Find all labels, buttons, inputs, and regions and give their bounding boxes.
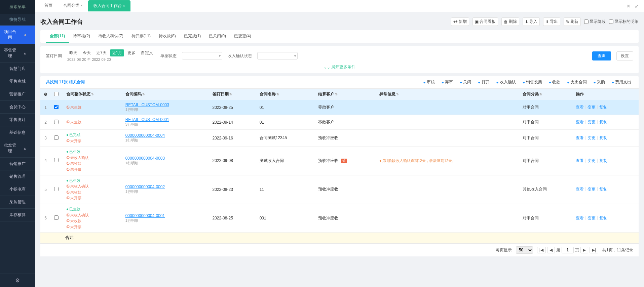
date-btn-7days[interactable]: 近7天 [94,49,109,56]
action-link-查看[interactable]: 查看 [576,215,584,221]
collect-btn[interactable]: ● 收款 [547,79,562,86]
window-close-icon[interactable]: ✕ [624,3,633,9]
th-sign-date[interactable]: 签订日期 [209,89,256,100]
sidebar-item-member[interactable]: 会员中心 [0,101,35,114]
contract-link[interactable]: 0000000000004-0003 [125,156,165,161]
row-checkbox[interactable] [51,147,63,175]
page-size-select[interactable]: 50 20 100 [516,246,533,254]
page-next-btn[interactable]: ▶ [580,247,588,253]
tab-income-workbench[interactable]: 收入合同工作台 × [88,0,130,11]
date-btn-today[interactable]: 今天 [81,49,93,56]
row-contract-code[interactable]: RETAIL_CUSTOM-00013行明细 [122,115,209,130]
contract-link[interactable]: 0000000000004-0001 [125,213,165,218]
sidebar-item-project[interactable]: 项目合同 ◀ [0,26,35,44]
action-link-查看[interactable]: 查看 [576,105,584,110]
doc-status-select[interactable] [182,52,222,59]
status-tab-pending-review[interactable]: 待审核(2) [69,30,94,43]
row-checkbox[interactable] [51,175,63,204]
export-button[interactable]: ⬆ 导出 [543,17,560,26]
row-checkbox[interactable] [51,115,63,130]
page-prev-btn[interactable]: ◀ [547,247,555,253]
status-tab-completed[interactable]: 已完成(1) [180,30,205,43]
show-details-checkbox[interactable]: 显示标的明细 [609,19,639,25]
contract-name-sort[interactable]: 合同名称 [260,91,312,97]
row-select-checkbox[interactable] [54,215,59,220]
action-link-查看[interactable]: 查看 [576,135,584,141]
row-contract-code[interactable]: RETAIL_CUSTOM-00031行明细 [122,100,209,115]
abandon-btn[interactable]: ● 弃审 [440,79,455,86]
sidebar-settings[interactable]: ⚙ [0,274,35,287]
sales-invoice-btn[interactable]: ● 销售发票 [521,79,544,86]
abnormal-sort[interactable]: 异常信息 [379,91,516,97]
action-link-复制[interactable]: 复制 [599,215,607,221]
action-link-查看[interactable]: 查看 [576,158,584,164]
action-link-变更[interactable]: 变更 [588,215,596,221]
sidebar-item-smartstore[interactable]: 智慧门店 [0,63,35,75]
sidebar-item-mktmgmt[interactable]: 营销推广 [0,158,35,170]
show-stages-checkbox[interactable]: 显示阶段 [584,19,606,25]
th-abnormal[interactable]: 异常信息 [376,89,519,100]
row-select-checkbox[interactable] [54,120,59,124]
row-checkbox[interactable] [51,130,63,147]
row-contract-code[interactable]: 0000000000004-00011行明细 [122,204,209,232]
confirm-status-select[interactable] [257,52,298,59]
tab-contract-cat-close[interactable]: × [81,4,83,7]
sidebar-item-xiaoec[interactable]: 小畅电商 [0,183,35,196]
contract-status-sort[interactable]: 合同整体状态 [66,91,119,97]
dashboard-button[interactable]: ▣ 合同看板 [472,17,498,26]
tab-income-workbench-close[interactable]: × [123,4,125,8]
expand-filter-btn[interactable]: ⌄⌄ 展开更多条件 [324,64,355,70]
sidebar-item-inventory[interactable]: 库存核算 [0,209,35,221]
action-link-复制[interactable]: 复制 [599,105,607,110]
status-tab-pending-invoice[interactable]: 待开票(11) [127,30,155,43]
sidebar-nav[interactable]: 快捷导航 [0,14,35,26]
sidebar-item-salesmgmt[interactable]: 销售管理 [0,170,35,183]
refresh-button[interactable]: ↻ 刷新 [564,17,581,26]
date-btn-more[interactable]: 更多 [125,49,138,56]
close-btn[interactable]: ● 关闭 [458,79,473,86]
tab-home[interactable]: 首页 [39,0,58,12]
expense-out-btn[interactable]: ● 支出合同 [565,79,589,86]
window-resize-icon[interactable]: ⤢ [633,3,640,9]
page-input[interactable] [562,247,574,253]
action-link-复制[interactable]: 复制 [599,135,607,141]
page-first-btn[interactable]: |◀ [537,247,546,253]
sidebar-item-stats[interactable]: 零售统计 [0,114,35,126]
action-link-复制[interactable]: 复制 [599,119,607,125]
row-contract-code[interactable]: 0000000000004-00031行明细 [122,147,209,175]
contract-link[interactable]: RETAIL_CUSTOM-0003 [125,102,169,107]
th-settings[interactable]: ⚙ [40,89,51,100]
action-link-复制[interactable]: 复制 [599,187,607,192]
add-button[interactable]: + + 新增 [451,17,469,26]
action-link-变更[interactable]: 变更 [588,119,596,125]
th-contract-type[interactable]: 合同分类 [519,89,572,100]
row-checkbox[interactable] [51,100,63,115]
sidebar-item-mall[interactable]: 零售商城 [0,75,35,88]
action-link-查看[interactable]: 查看 [576,187,584,192]
contract-link[interactable]: 0000000000004-0004 [125,133,165,138]
contract-type-sort[interactable]: 合同分类 [523,91,569,97]
action-link-变更[interactable]: 变更 [588,105,596,110]
action-link-变更[interactable]: 变更 [588,187,596,192]
date-btn-custom[interactable]: 自定义 [139,49,155,56]
action-link-变更[interactable]: 变更 [588,158,596,164]
sidebar-search[interactable]: 搜索菜单 [0,0,35,14]
row-select-checkbox[interactable] [54,187,59,191]
income-confirm-btn[interactable]: ● 收入确认 [494,79,518,86]
row-select-checkbox[interactable] [54,135,59,140]
date-btn-yesterday[interactable]: 昨天 [67,49,79,56]
review-btn[interactable]: ● 审核 [421,79,437,86]
row-checkbox[interactable] [51,204,63,232]
purchase-btn[interactable]: ● 采购 [592,79,607,86]
sidebar-item-base[interactable]: 基础信息 [0,126,35,139]
date-btn-1month[interactable]: 近1月 [110,49,124,56]
show-details-input[interactable] [609,19,613,24]
contract-link[interactable]: RETAIL_CUSTOM-0001 [125,117,169,122]
page-last-btn[interactable]: ▶| [590,247,598,253]
sidebar-item-marketing[interactable]: 营销推广 [0,88,35,101]
tab-contract-cat[interactable]: 合同分类 × [58,0,88,12]
fee-out-btn[interactable]: ● 费用支出 [610,79,633,86]
status-tab-all[interactable]: 全部(11) [46,30,69,43]
contract-link[interactable]: 0000000000004-0002 [125,184,165,189]
status-tab-pending-confirm[interactable]: 待收入确认(7) [94,30,127,43]
